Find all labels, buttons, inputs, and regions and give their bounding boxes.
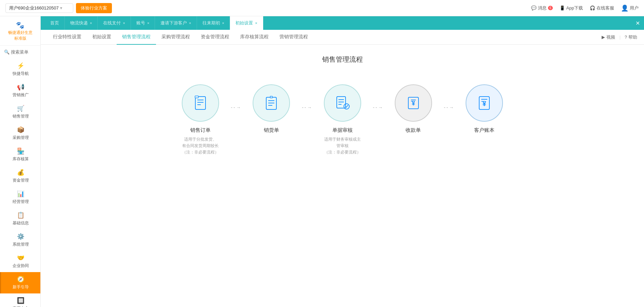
flow-container: 销售管理流程 销售订单: [41, 45, 644, 166]
arrow-1: - - →: [231, 105, 241, 110]
nav-tab-payment[interactable]: 在线支付 ×: [98, 16, 131, 30]
close-invite-tab[interactable]: ×: [189, 21, 191, 25]
download-icon: 📱: [560, 5, 565, 11]
quick-nav-icon: ⚡: [17, 62, 24, 69]
help-link[interactable]: ? 帮助: [625, 34, 637, 40]
step-sales-order-name: 销售订单: [190, 127, 211, 134]
nav-tab-period[interactable]: 往来期初 ×: [197, 16, 230, 30]
user-selector[interactable]: 用户690企业1660120507 ▾: [5, 3, 73, 13]
close-logistics-tab[interactable]: ×: [90, 21, 92, 25]
content-area: 行业特性设置 初始设置 销售管理流程 采购管理流程 资金管理流程: [41, 30, 644, 307]
basic-icon: 📋: [17, 211, 24, 219]
sub-tab-industry[interactable]: 行业特性设置: [47, 30, 87, 45]
close-all-tabs[interactable]: ✕: [636, 20, 640, 26]
step-account-circle: ¥: [466, 84, 503, 122]
step-receipt: ¥ 收款单: [383, 84, 444, 136]
video-icon: ▶: [602, 35, 605, 40]
svg-rect-4: [195, 96, 198, 98]
sidebar-item-label: 资金管理: [13, 178, 29, 183]
sidebar-item-marketing[interactable]: 📢 营销推广: [0, 80, 40, 101]
account-icon: ¥: [476, 95, 493, 111]
sidebar-item-label: 基础信息: [13, 220, 29, 226]
top-bar-left: 用户690企业1660120507 ▾ 体验行业方案: [5, 3, 112, 13]
help-icon: ?: [625, 35, 627, 40]
audit-icon: [334, 95, 351, 111]
sidebar-item-guide[interactable]: 🧭 新手引导: [0, 272, 40, 293]
sidebar-item-label: 经营管理: [13, 199, 29, 205]
arrow-4: - - →: [444, 105, 454, 110]
search-icon: 🔍: [4, 49, 9, 55]
avatar-icon: 👤: [621, 4, 628, 12]
arrow-3: - - →: [373, 105, 383, 110]
nav-tab-invite[interactable]: 邀请下游客户 ×: [155, 16, 197, 30]
close-period-tab[interactable]: ×: [222, 21, 224, 25]
sidebar-item-operation[interactable]: 📊 经营管理: [0, 187, 40, 208]
sidebar-item-system[interactable]: ⚙️ 系统管理: [0, 229, 40, 251]
sidebar-item-finance[interactable]: 💰 资金管理: [0, 165, 40, 187]
sidebar-item-basic[interactable]: 📋 基础信息: [0, 208, 40, 229]
nav-tab-account[interactable]: 账号 ×: [131, 16, 155, 30]
sidebar: 🐾 畅捷通好生意 标准版 🔍 搜索菜单 ⚡ 快捷导航 📢 营销推广 🛒 销售管理…: [0, 16, 41, 307]
sub-tabs: 行业特性设置 初始设置 销售管理流程 采购管理流程 资金管理流程: [41, 30, 644, 45]
sidebar-item-quick-nav[interactable]: ⚡ 快捷导航: [0, 59, 40, 80]
sidebar-item-label: 营销推广: [13, 92, 29, 98]
step-sales-order: 销售订单 适用于分批发货、有合同发货周期较长（注：非必要流程）: [170, 84, 231, 156]
sub-tabs-left: 行业特性设置 初始设置 销售管理流程 采购管理流程 资金管理流程: [47, 30, 313, 45]
sidebar-item-appstore[interactable]: 🔲 应用中心: [0, 293, 40, 307]
step-audit-circle: [324, 84, 361, 122]
sub-tab-inventory-flow[interactable]: 库存核算流程: [235, 30, 274, 45]
close-init-tab[interactable]: ×: [255, 21, 257, 25]
step-receipt-name: 收款单: [406, 127, 421, 134]
sub-tab-finance-flow[interactable]: 资金管理流程: [195, 30, 235, 45]
close-payment-tab[interactable]: ×: [123, 21, 125, 25]
arrow-2: - - →: [302, 105, 312, 110]
bill-icon: [263, 95, 280, 111]
inventory-icon: 🏪: [17, 147, 24, 155]
system-icon: ⚙️: [17, 233, 24, 240]
finance-icon: 💰: [17, 169, 24, 176]
messages-link[interactable]: 💬 消息 6: [531, 5, 553, 11]
message-icon: 💬: [531, 5, 536, 11]
svg-rect-0: [195, 97, 206, 109]
step-account: ¥ 客户账本: [454, 84, 515, 136]
app-download-link[interactable]: 📱 App下载: [560, 5, 583, 11]
video-link[interactable]: ▶ 视频: [602, 34, 615, 40]
online-service-link[interactable]: 🎧 在线客服: [590, 5, 614, 11]
sidebar-item-purchase[interactable]: 📦 采购管理: [0, 123, 40, 144]
sub-tab-sales-flow[interactable]: 销售管理流程: [117, 30, 156, 45]
nav-tab-init[interactable]: 初始设置 ×: [230, 16, 263, 30]
sidebar-item-enterprise[interactable]: 🤝 企业协同: [0, 251, 40, 272]
step-account-name: 客户账本: [474, 127, 494, 134]
close-account-tab[interactable]: ×: [147, 21, 149, 25]
sub-tabs-right: ▶ 视频 | ? 帮助: [602, 34, 637, 40]
svg-text:¥: ¥: [412, 100, 415, 107]
step-sales-bill-name: 销货单: [264, 127, 279, 134]
sub-tab-marketing-flow[interactable]: 营销管理流程: [274, 30, 313, 45]
guide-icon: 🧭: [17, 275, 24, 283]
nav-tab-home[interactable]: 首页: [45, 16, 65, 30]
sidebar-item-label: 新手引导: [13, 284, 29, 290]
step-sales-bill-circle: [253, 84, 290, 122]
step-sales-order-circle: [182, 84, 219, 122]
service-icon: 🎧: [590, 5, 595, 11]
user-menu[interactable]: 👤 用户: [621, 4, 639, 12]
logo-text-line1: 畅捷通好生意: [8, 30, 33, 36]
sub-tab-purchase-flow[interactable]: 采购管理流程: [156, 30, 195, 45]
sidebar-item-sales[interactable]: 🛒 销售管理: [0, 101, 40, 123]
sidebar-item-inventory[interactable]: 🏪 库存核算: [0, 144, 40, 165]
flow-title: 销售管理流程: [322, 55, 363, 64]
sidebar-item-label: 采购管理: [13, 135, 29, 141]
receipt-icon: ¥: [405, 95, 422, 111]
layout: 🐾 畅捷通好生意 标准版 🔍 搜索菜单 ⚡ 快捷导航 📢 营销推广 🛒 销售管理…: [0, 16, 644, 307]
enterprise-icon: 🤝: [17, 254, 24, 262]
sidebar-search[interactable]: 🔍 搜索菜单: [0, 46, 40, 59]
dropdown-icon: ▾: [60, 5, 62, 11]
step-sales-order-desc: 适用于分批发货、有合同发货周期较长（注：非必要流程）: [182, 136, 219, 156]
user-label: 用户690企业1660120507: [9, 5, 59, 11]
logo-text-line2: 标准版: [8, 36, 33, 41]
appstore-icon: 🔲: [17, 297, 24, 304]
nav-tab-logistics[interactable]: 物流快递 ×: [65, 16, 98, 30]
sidebar-item-label: 快捷导航: [13, 71, 29, 77]
trial-button[interactable]: 体验行业方案: [76, 3, 112, 13]
sub-tab-init[interactable]: 初始设置: [87, 30, 117, 45]
